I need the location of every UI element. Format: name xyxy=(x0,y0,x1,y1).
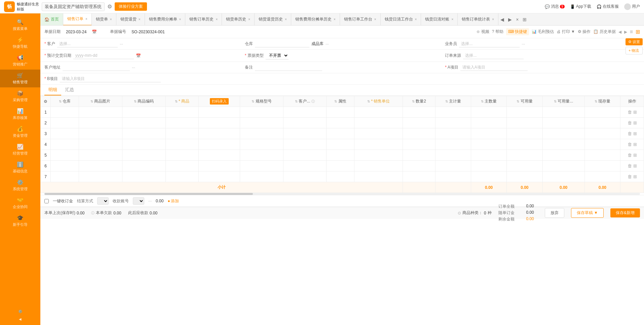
tab-sales-return-history-close[interactable]: × xyxy=(285,17,287,21)
row-1-product[interactable] xyxy=(165,107,199,118)
tab-sales-expense-history[interactable]: 销售费用分摊单历史 × xyxy=(291,13,340,26)
th-qty2[interactable]: ⇅ 数量2 xyxy=(403,96,435,107)
sidebar-item-purchase[interactable]: 📦 采购管理 xyxy=(0,87,40,105)
history-btn[interactable]: 📋 历史单据 xyxy=(593,29,615,35)
th-attr[interactable]: ⇅ 属性 xyxy=(326,96,354,107)
remark-input[interactable] xyxy=(255,64,322,71)
th-main-unit[interactable]: ⇅ 主计量 xyxy=(435,96,471,107)
th-code[interactable]: ⇅ 商品编码 xyxy=(122,96,165,107)
row-1-code[interactable] xyxy=(122,107,165,118)
th-gear[interactable]: ⚙ xyxy=(41,96,51,107)
row-1-qty2[interactable] xyxy=(403,107,435,118)
row-5-spec[interactable] xyxy=(240,150,283,161)
tab-sales-receipt[interactable]: 销货单 × xyxy=(92,13,116,26)
delete-icon[interactable]: 🗑 xyxy=(628,153,632,158)
tab-next-btn[interactable]: ▶ xyxy=(506,17,514,22)
row-2-warehouse[interactable] xyxy=(51,118,79,128)
row-7-spec[interactable] xyxy=(240,171,283,182)
row-1-spec[interactable] xyxy=(240,107,283,118)
tab-sales-order-history[interactable]: 销售订单历史 × xyxy=(185,13,222,26)
sidebar-item-guide[interactable]: 🎓 新手引导 xyxy=(0,212,40,230)
row-6-warehouse[interactable] xyxy=(51,161,79,171)
row-5-code[interactable] xyxy=(122,150,165,161)
row-4-warehouse[interactable] xyxy=(51,139,79,150)
row-5-product[interactable] xyxy=(165,150,199,161)
system-title[interactable]: 装备及固定资产辅助管理系统 xyxy=(42,2,105,11)
row-2-customer-code[interactable] xyxy=(283,118,326,128)
save-draft-btn[interactable]: 保存草稿 ▼ xyxy=(571,208,604,218)
tab-more-btn[interactable]: × xyxy=(514,17,521,22)
row-3-attr[interactable] xyxy=(326,128,354,139)
sidebar-item-sales[interactable]: 🛒 销售管理 xyxy=(0,70,40,87)
add-btn[interactable]: ● 添加 xyxy=(167,198,179,204)
help-btn[interactable]: ? 帮助 xyxy=(492,29,503,35)
row-6-code[interactable] xyxy=(122,161,165,171)
delete-icon[interactable]: 🗑 xyxy=(628,131,632,136)
tab-sales-return-history[interactable]: 销货退货历史 × xyxy=(255,13,291,26)
operation-btn[interactable]: ⚙ 操作 xyxy=(578,29,591,35)
row-6-product[interactable] xyxy=(165,161,199,171)
row-7-product[interactable] xyxy=(165,171,199,182)
row-7-customer-code[interactable] xyxy=(283,171,326,182)
industry-btn[interactable]: 体验行业方案 xyxy=(115,2,147,11)
copy-icon[interactable]: ⊞ xyxy=(633,110,637,115)
row-4-product[interactable] xyxy=(165,139,199,150)
row-1-main-qty[interactable] xyxy=(471,107,506,118)
row-2-qty2[interactable] xyxy=(403,118,435,128)
tab-summary[interactable]: 汇总 xyxy=(61,85,78,95)
tab-detail[interactable]: 明细 xyxy=(44,85,61,95)
tab-sales-expense[interactable]: 销售费用分摊单 × xyxy=(145,13,186,26)
row-3-spec[interactable] xyxy=(240,128,283,139)
row-1-customer-code[interactable] xyxy=(283,107,326,118)
row-6-qty2[interactable] xyxy=(403,161,435,171)
warehouse-more-btn[interactable]: ··· xyxy=(326,42,329,46)
view-switch-list[interactable]: ≡ xyxy=(630,29,633,35)
account-select[interactable] xyxy=(133,197,144,205)
row-7-main-qty[interactable] xyxy=(471,171,506,182)
row-1-attr[interactable] xyxy=(326,107,354,118)
print-btn[interactable]: 🖨 打印 ▼ xyxy=(557,29,575,35)
tab-sales-workbench-close[interactable]: × xyxy=(374,17,376,21)
row-7-attr[interactable] xyxy=(326,171,354,182)
th-scan[interactable]: 扫码录入 xyxy=(199,96,240,107)
th-customer-code[interactable]: ⇅ 客户... ⓘ xyxy=(283,96,326,107)
row-7-unit[interactable] xyxy=(354,171,403,182)
copy-icon[interactable]: ⊞ xyxy=(633,131,637,136)
dropdown-icon[interactable]: ▼ xyxy=(594,210,598,215)
customer-more-btn[interactable]: ··· xyxy=(120,42,123,46)
row-2-code[interactable] xyxy=(122,118,165,128)
copy-icon[interactable]: ⊞ xyxy=(633,142,637,147)
warehouse-input[interactable] xyxy=(255,40,309,47)
delete-icon[interactable]: 🗑 xyxy=(628,142,632,147)
row-2-attr[interactable] xyxy=(326,118,354,128)
tab-sales-report-close[interactable]: × xyxy=(492,17,494,21)
row-7-code[interactable] xyxy=(122,171,165,182)
row-5-attr[interactable] xyxy=(326,150,354,161)
sidebar-item-quicknav[interactable]: ⚡ 快捷导航 xyxy=(0,34,40,52)
tab-sales-receipt-close[interactable]: × xyxy=(110,17,112,21)
nav-next-icon[interactable]: ▶ xyxy=(624,30,627,34)
tab-sales-expense-close[interactable]: × xyxy=(179,17,181,21)
row-5-qty2[interactable] xyxy=(403,150,435,161)
save-new-btn[interactable]: 保存&新增 xyxy=(610,208,640,217)
delete-icon[interactable]: 🗑 xyxy=(628,174,632,179)
b-project-input[interactable] xyxy=(60,75,161,82)
profit-btn[interactable]: 📊 毛利预估 xyxy=(532,29,554,35)
tab-cash-workbench[interactable]: 钱货日清工作台 × xyxy=(381,13,421,26)
th-image[interactable]: ⇅ 商品图片 xyxy=(79,96,122,107)
row-6-unit[interactable] xyxy=(354,161,403,171)
row-4-customer-code[interactable] xyxy=(283,139,326,150)
row-5-customer-code[interactable] xyxy=(283,150,326,161)
row-5-main-qty[interactable] xyxy=(471,150,506,161)
tab-sales-expense-history-close[interactable]: × xyxy=(334,17,336,21)
calendar-icon[interactable]: 📅 xyxy=(92,30,97,34)
row-3-product[interactable] xyxy=(165,128,199,139)
row-4-qty2[interactable] xyxy=(403,139,435,150)
shortcut-btn[interactable]: ⌨ 快捷键 xyxy=(506,28,529,35)
tab-sales-workbench[interactable]: 销售订单工作台 × xyxy=(340,13,381,26)
tab-prev-btn[interactable]: ◀ xyxy=(498,17,506,22)
th-product[interactable]: ⇅ * 商品 xyxy=(165,96,199,107)
row-2-product[interactable] xyxy=(165,118,199,128)
row-6-customer-code[interactable] xyxy=(283,161,326,171)
salesperson-input[interactable] xyxy=(459,40,520,47)
